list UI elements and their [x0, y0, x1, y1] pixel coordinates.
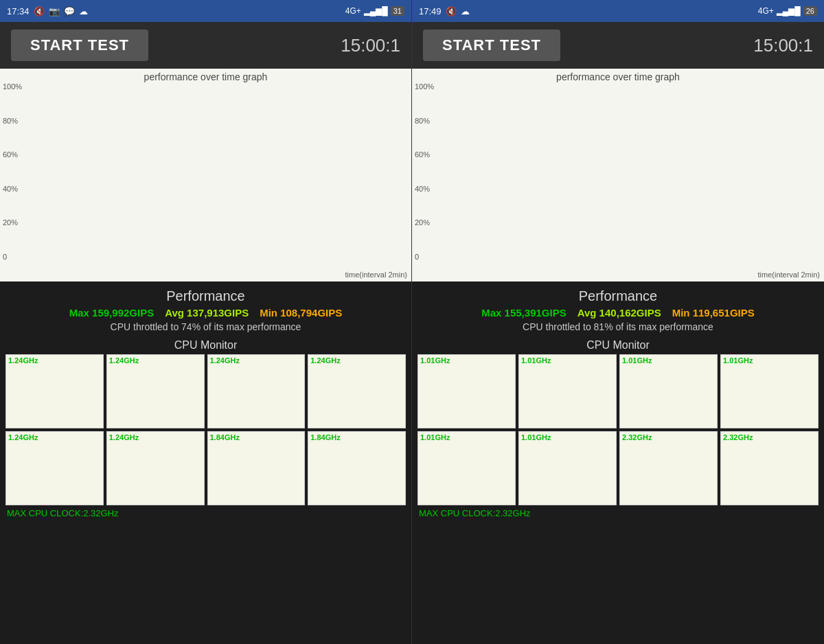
perf-graph-container-right: performance over time graph 100% 80% 60%…	[412, 69, 824, 281]
cpu-freq-label: 1.01GHz	[420, 433, 450, 441]
cpu-freq-label: 1.24GHz	[8, 433, 38, 441]
cpu-grid-left: 1.24GHz1.24GHz1.24GHz1.24GHz1.24GHz1.24G…	[5, 354, 406, 505]
cpu-freq-label: 1.84GHz	[210, 433, 240, 441]
performance-canvas-left	[25, 82, 407, 265]
performance-section-left: Performance Max 159,992GIPS Avg 137,913G…	[0, 281, 411, 336]
panel-left: 17:34 🔇 📷 💬 ☁ 4G+ ▂▄▆█ 31 START TEST 15:…	[0, 0, 412, 644]
time-left: 17:34	[7, 6, 30, 16]
signal-text: 4G+	[345, 6, 361, 16]
perf-graph-container-left: performance over time graph 100% 80% 60%…	[0, 69, 411, 281]
timer-left: 15:00:1	[341, 35, 400, 56]
signal-bars: ▂▄▆█	[364, 6, 388, 16]
mute-icon-r: 🔇	[446, 6, 457, 16]
perf-avg-right: Avg 140,162GIPS	[577, 307, 661, 319]
cpu-freq-label: 1.24GHz	[109, 356, 139, 365]
x-label-right: time(interval 2min)	[758, 271, 820, 279]
graph-title-right: performance over time graph	[412, 71, 824, 82]
perf-max-right: Max 155,391GIPS	[481, 307, 566, 319]
cpu-graph-canvas	[620, 355, 717, 428]
cpu-graph-canvas	[418, 432, 515, 505]
perf-min-left: Min 108,794GIPS	[260, 307, 342, 319]
perf-throttle-right: CPU throttled to 81% of its max performa…	[417, 321, 819, 332]
perf-max-left: Max 159,992GIPS	[69, 307, 154, 319]
graph-title-left: performance over time graph	[0, 71, 411, 82]
cpu-freq-label: 1.01GHz	[622, 356, 652, 365]
cpu-cell: 1.01GHz	[619, 354, 718, 428]
cpu-cell: 1.24GHz	[308, 354, 406, 428]
cpu-graph-canvas	[208, 432, 305, 505]
cpu-cell: 1.24GHz	[106, 354, 205, 428]
cpu-graph-canvas	[208, 355, 305, 428]
cpu-graph-canvas	[721, 355, 818, 428]
perf-min-right: Min 119,651GIPS	[672, 307, 755, 319]
cpu-freq-label: 2.32GHz	[622, 433, 652, 441]
top-bar-left: START TEST 15:00:1	[0, 22, 411, 69]
cpu-freq-label: 1.24GHz	[310, 356, 340, 365]
cpu-cell: 1.24GHz	[5, 354, 104, 428]
battery-left: 31	[391, 6, 404, 16]
cpu-cell: 1.01GHz	[417, 354, 516, 428]
cpu-grid-right: 1.01GHz1.01GHz1.01GHz1.01GHz1.01GHz1.01G…	[417, 354, 819, 505]
performance-canvas-right	[437, 82, 820, 265]
cpu-graph-canvas	[107, 355, 204, 428]
start-test-button-left[interactable]: START TEST	[11, 30, 148, 61]
perf-avg-left: Avg 137,913GIPS	[165, 307, 249, 319]
cpu-cell: 1.01GHz	[518, 354, 617, 428]
cpu-graph-canvas	[107, 432, 204, 505]
max-cpu-left: MAX CPU CLOCK:2.32GHz	[5, 508, 406, 518]
cpu-freq-label: 1.01GHz	[420, 356, 450, 365]
cpu-graph-canvas	[519, 432, 616, 505]
cloud-icon-r: ☁	[461, 6, 470, 16]
cpu-freq-label: 2.32GHz	[723, 433, 753, 441]
cpu-freq-label: 1.24GHz	[109, 433, 139, 441]
message-icon: 💬	[64, 6, 75, 16]
cpu-cell: 1.01GHz	[720, 354, 819, 428]
cpu-cell: 1.01GHz	[417, 431, 516, 505]
cpu-monitor-title-left: CPU Monitor	[5, 339, 406, 352]
perf-stats-left: Max 159,992GIPS Avg 137,913GIPS Min 108,…	[5, 307, 406, 319]
cpu-freq-label: 1.24GHz	[8, 356, 38, 365]
status-bar-right: 17:49 🔇 ☁ 4G+ ▂▄▆█ 26	[412, 0, 824, 22]
battery-right: 26	[803, 6, 817, 16]
cpu-cell: 2.32GHz	[619, 431, 718, 505]
signal-bars-r: ▂▄▆█	[777, 6, 801, 16]
time-right: 17:49	[419, 6, 442, 16]
cpu-graph-canvas	[418, 355, 515, 428]
mute-icon: 🔇	[34, 6, 45, 16]
cpu-freq-label: 1.84GHz	[310, 433, 340, 441]
perf-stats-right: Max 155,391GIPS Avg 140,162GIPS Min 119,…	[417, 307, 819, 319]
status-bar-left: 17:34 🔇 📷 💬 ☁ 4G+ ▂▄▆█ 31	[0, 0, 411, 22]
cpu-graph-canvas	[6, 432, 103, 505]
cpu-monitor-right: CPU Monitor 1.01GHz1.01GHz1.01GHz1.01GHz…	[412, 336, 824, 644]
cpu-freq-label: 1.01GHz	[723, 356, 753, 365]
signal-text-r: 4G+	[758, 6, 774, 16]
cloud-icon: ☁	[79, 6, 88, 16]
cpu-cell: 1.84GHz	[308, 431, 406, 505]
cpu-graph-canvas	[308, 355, 405, 428]
timer-right: 15:00:1	[753, 35, 813, 56]
cpu-graph-canvas	[308, 432, 405, 505]
cpu-cell: 1.24GHz	[106, 431, 205, 505]
status-right-left: 4G+ ▂▄▆█ 31	[345, 6, 404, 16]
max-cpu-right: MAX CPU CLOCK:2.32GHz	[417, 508, 819, 518]
top-bar-right: START TEST 15:00:1	[412, 22, 824, 69]
y-labels-right: 100% 80% 60% 40% 20% 0	[415, 82, 434, 261]
perf-throttle-left: CPU throttled to 74% of its max performa…	[5, 321, 406, 332]
performance-section-right: Performance Max 155,391GIPS Avg 140,162G…	[412, 281, 824, 336]
status-left-left: 17:34 🔇 📷 💬 ☁	[7, 6, 88, 16]
panel-right: 17:49 🔇 ☁ 4G+ ▂▄▆█ 26 START TEST 15:00:1…	[412, 0, 824, 644]
cpu-cell: 1.24GHz	[207, 354, 306, 428]
camera-icon: 📷	[49, 6, 60, 16]
x-label-left: time(interval 2min)	[345, 271, 407, 279]
cpu-cell: 1.01GHz	[518, 431, 617, 505]
cpu-graph-canvas	[620, 432, 717, 505]
cpu-freq-label: 1.01GHz	[521, 433, 551, 441]
start-test-button-right[interactable]: START TEST	[423, 30, 560, 61]
y-labels-left: 100% 80% 60% 40% 20% 0	[3, 82, 22, 261]
cpu-cell: 1.84GHz	[207, 431, 306, 505]
cpu-graph-canvas	[519, 355, 616, 428]
cpu-graph-canvas	[721, 432, 818, 505]
cpu-monitor-title-right: CPU Monitor	[417, 339, 819, 352]
cpu-freq-label: 1.01GHz	[521, 356, 551, 365]
perf-title-right: Performance	[417, 288, 819, 304]
